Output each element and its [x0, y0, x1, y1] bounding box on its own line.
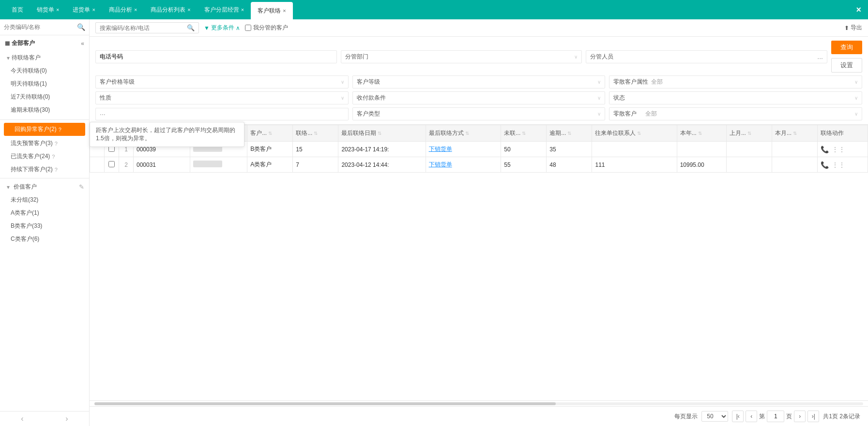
sidebar-declining[interactable]: 持续下滑客户(2) ? [0, 163, 89, 176]
action-more-0[interactable]: ⋮⋮ [832, 146, 845, 153]
nav-customer-contact[interactable]: 客户联络 × [251, 2, 292, 19]
th-overdue[interactable]: 逾期... ⇅ [547, 125, 592, 142]
sort-contact-person-icon[interactable]: ⇅ [637, 131, 641, 136]
row-this-year-1: 10995.00 [677, 157, 726, 173]
value-customers-edit-icon[interactable]: ✎ [79, 183, 84, 191]
page-navigation: |‹ ‹ 第 页 › ›| [732, 411, 819, 422]
sidebar-all-customers[interactable]: ▦ 全部客户 « [0, 35, 89, 51]
sort-type-icon[interactable]: ⇅ [268, 131, 272, 136]
sidebar-overdue-pending[interactable]: 逾期未联络(30) [0, 103, 89, 117]
sidebar-today-pending[interactable]: 今天待联络(0) [0, 64, 89, 77]
sidebar-search-input[interactable] [4, 24, 77, 30]
sidebar-nav-right-icon[interactable]: › [65, 414, 68, 423]
last-method-link-0[interactable]: 下销货单 [429, 146, 452, 152]
row-settings-1 [90, 157, 105, 173]
row-last-method-0[interactable]: 下销货单 [426, 142, 501, 157]
sidebar-search-icon[interactable]: 🔍 [77, 23, 85, 31]
customer-type-filter[interactable]: 客户类型 ∨ [352, 107, 606, 120]
retail-customer-filter[interactable]: 零散客户 全部 ∨ [609, 107, 862, 120]
sidebar-a-class[interactable]: A类客户(1) [0, 206, 89, 220]
abnormal-info-icon[interactable]: ? [59, 127, 61, 132]
sidebar-value-customers-title[interactable]: ▾ 价值客户 ✎ [0, 180, 89, 193]
nav-sales[interactable]: 销货单 × [30, 0, 66, 19]
action-more-1[interactable]: ⋮⋮ [832, 161, 845, 169]
page-input[interactable] [767, 411, 784, 422]
th-last-method[interactable]: 最后联络方式 ⇅ [426, 125, 501, 142]
dots-icon[interactable]: ··· [100, 110, 106, 118]
row-checkbox-1[interactable] [108, 161, 115, 167]
last-method-link-1[interactable]: 下销货单 [429, 161, 452, 168]
payment-filter[interactable]: 收付款条件 ∨ [352, 91, 606, 104]
nav-customer-contact-close[interactable]: × [283, 8, 286, 14]
sort-this-year-icon[interactable]: ⇅ [698, 131, 702, 136]
grid-icon: ▦ [5, 40, 10, 46]
sidebar-abnormal-repurchase[interactable]: 回购异常客户(2) ? [4, 123, 85, 136]
sidebar-churn-warning[interactable]: 流失预警客户(3) ? [0, 137, 89, 150]
nav-product-analysis-close[interactable]: × [134, 7, 137, 13]
nav-customer-mgmt-close[interactable]: × [241, 7, 244, 13]
sidebar-week-pending[interactable]: 近7天待联络(0) [0, 90, 89, 103]
row-name-1 [190, 157, 247, 173]
sort-unread-icon[interactable]: ⇅ [522, 131, 526, 136]
nav-product-list-close[interactable]: × [187, 7, 190, 13]
th-contact-person[interactable]: 往来单位联系人 ⇅ [592, 125, 677, 142]
sidebar-tomorrow-pending[interactable]: 明天待联络(1) [0, 77, 89, 90]
gender-filter[interactable]: 性质 ∨ [95, 91, 349, 104]
page-size-select[interactable]: 50 100 200 [701, 411, 728, 422]
manager-dots-icon[interactable]: ... [817, 53, 823, 60]
sort-last-method-icon[interactable]: ⇅ [465, 131, 469, 136]
sort-overdue-icon[interactable]: ⇅ [567, 131, 571, 136]
th-unread[interactable]: 未联... ⇅ [501, 125, 547, 142]
nav-home[interactable]: 首页 [5, 0, 30, 19]
next-page-btn[interactable]: › [794, 411, 806, 422]
sort-contact-icon[interactable]: ⇅ [314, 131, 318, 136]
th-last-month[interactable]: 上月... ⇅ [726, 125, 772, 142]
th-type[interactable]: 客户... ⇅ [247, 125, 293, 142]
sidebar-churned[interactable]: 已流失客户(24) ? [0, 150, 89, 163]
th-last-date[interactable]: 最后联络日期 ⇅ [338, 125, 426, 142]
nav-customer-mgmt[interactable]: 客户分层经营 × [198, 0, 251, 19]
export-btn[interactable]: ⬆ 导出 [844, 24, 862, 32]
row-check-1[interactable] [105, 157, 119, 173]
sidebar-nav-left-icon[interactable]: ‹ [21, 414, 23, 423]
th-this-month[interactable]: 本月... ⇅ [772, 125, 818, 142]
row-last-month-0 [726, 142, 772, 157]
dept-filter[interactable]: 分管部门 ∨ [341, 50, 582, 63]
sort-this-month-icon[interactable]: ⇅ [793, 131, 797, 136]
action-phone-1[interactable]: 📞 [821, 161, 829, 169]
customer-level-filter[interactable]: 客户等级 ∨ [352, 75, 606, 88]
settings-button[interactable]: 设置 [831, 58, 862, 73]
sidebar-b-class[interactable]: B类客户(33) [0, 220, 89, 233]
status-filter[interactable]: 状态 ∨ [609, 91, 862, 104]
nav-product-list[interactable]: 商品分析列表 × [144, 0, 197, 19]
sort-last-month-icon[interactable]: ⇅ [747, 131, 751, 136]
first-page-btn[interactable]: |‹ [732, 411, 744, 422]
my-customer-checkbox[interactable] [245, 25, 251, 31]
sidebar-collapse-icon[interactable]: « [81, 40, 84, 47]
query-button[interactable]: 查询 [831, 41, 862, 54]
last-page-btn[interactable]: ›| [807, 411, 819, 422]
scrollbar-thumb[interactable] [94, 402, 556, 405]
nav-purchase-close[interactable]: × [92, 7, 95, 13]
sidebar-pending-title[interactable]: ▾ 待联络客户 [0, 51, 89, 64]
horizontal-scrollbar[interactable] [90, 400, 868, 406]
window-close-icon[interactable]: × [856, 5, 861, 15]
my-customer-filter: 我分管的客户 [245, 24, 288, 32]
search-icon[interactable]: 🔍 [187, 24, 195, 31]
sidebar-c-class[interactable]: C类客户(6) [0, 233, 89, 246]
sort-last-date-icon[interactable]: ⇅ [378, 131, 381, 136]
retail-attr-filter[interactable]: 零散客户属性 全部 ∨ [609, 75, 862, 88]
sidebar-ungrouped[interactable]: 未分组(32) [0, 193, 89, 206]
nav-sales-close[interactable]: × [56, 7, 59, 13]
search-input[interactable] [100, 25, 187, 31]
th-this-year[interactable]: 本年... ⇅ [677, 125, 726, 142]
manager-filter[interactable]: 分管人员 ... [586, 50, 827, 63]
nav-purchase[interactable]: 进货单 × [66, 0, 102, 19]
th-contact[interactable]: 联络... ⇅ [293, 125, 338, 142]
more-filters-btn[interactable]: ▼ 更多条件 ∧ [204, 24, 240, 32]
price-level-filter[interactable]: 客户价格等级 ∨ [95, 75, 349, 88]
row-last-method-1[interactable]: 下销货单 [426, 157, 501, 173]
nav-product-analysis[interactable]: 商品分析 × [102, 0, 144, 19]
action-phone-0[interactable]: 📞 [821, 146, 829, 153]
prev-page-btn[interactable]: ‹ [746, 411, 757, 422]
